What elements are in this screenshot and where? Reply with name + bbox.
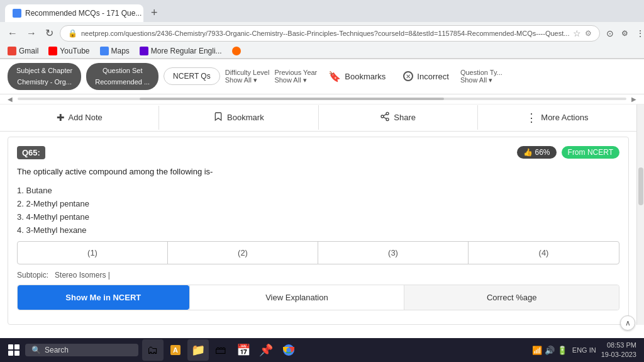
scroll-right-arrow[interactable]: ▶: [629, 96, 639, 103]
ncert-badge: From NCERT: [562, 146, 619, 159]
ncert-qs-filter[interactable]: NCERT Qs: [164, 67, 220, 85]
difficulty-filter[interactable]: Difficulty Level Show All ▾: [225, 69, 270, 84]
scroll-handle: [638, 167, 643, 205]
difficulty-value: Show All ▾: [225, 76, 270, 84]
subject-chapter-filter[interactable]: Subject & Chapter Chemistry - Org...: [8, 63, 81, 90]
subtopic-label: Subtopic:: [17, 271, 48, 280]
taskbar-items: 🗂 A 📁 🗃 📅 📌: [142, 339, 299, 361]
cta-bar: Show Me in NCERT View Explanation Correc…: [17, 285, 619, 310]
option-4: 4. 3-Methyl hexane: [17, 225, 619, 235]
taskbar-app1[interactable]: A: [165, 339, 186, 361]
scroll-to-top-button[interactable]: ∧: [620, 315, 635, 331]
volume-icon[interactable]: 🔊: [545, 346, 555, 355]
profile-button[interactable]: ⊙: [604, 26, 616, 41]
maps-label: Maps: [111, 47, 130, 55]
question-number: Q65:: [17, 146, 45, 159]
forward-button[interactable]: →: [24, 25, 39, 42]
right-scrollbar[interactable]: [636, 105, 644, 325]
clock[interactable]: 08:53 PM 19-03-2023: [601, 341, 636, 360]
question-set-filter[interactable]: Question Set Recommended ...: [86, 63, 158, 90]
answer-option-1-label: (1): [87, 248, 97, 257]
question-set-line1: Question Set: [103, 66, 143, 75]
bookmark-maps[interactable]: Maps: [97, 45, 132, 57]
taskbar-app4[interactable]: 📅: [233, 339, 254, 361]
bookmark-yahoo[interactable]: More Regular Engli...: [137, 45, 225, 57]
show-in-ncert-button[interactable]: Show Me in NCERT: [18, 285, 189, 310]
yahoo-label: More Regular Engli...: [151, 47, 222, 55]
share-button[interactable]: Share: [319, 105, 478, 130]
answer-option-3-label: (3): [388, 248, 398, 257]
back-button[interactable]: ←: [5, 25, 20, 42]
answer-option-3[interactable]: (3): [318, 242, 469, 264]
view-explanation-button[interactable]: View Explanation: [189, 285, 404, 310]
horizontal-scrollbar[interactable]: ◀ ▶: [0, 94, 644, 105]
reload-button[interactable]: ↻: [43, 25, 56, 42]
system-icons: 📶 🔊 🔋: [532, 346, 567, 355]
question-type-filter[interactable]: Question Ty... Show All ▾: [460, 69, 502, 84]
gmail-label: Gmail: [19, 47, 38, 55]
page-content: ✚ Add Note Bookmark Share ⋮: [0, 105, 644, 325]
bookmark-youtube[interactable]: YouTube: [46, 45, 92, 57]
taskbar-system-tray: 📶 🔊 🔋 ENG IN 08:53 PM 19-03-2023: [532, 341, 640, 360]
option-3-number: 3.: [17, 212, 24, 222]
answer-option-1[interactable]: (1): [18, 242, 168, 264]
taskbar-app2[interactable]: 📁: [187, 339, 209, 361]
correct-percentage-button[interactable]: Correct %age: [404, 285, 619, 310]
nav-bar: ← → ↻ 🔒 neetprep.com/questions/2436-Chem…: [0, 22, 644, 44]
address-bar[interactable]: 🔒 neetprep.com/questions/2436-Chemistry/…: [60, 25, 600, 42]
extensions-button[interactable]: ⚙: [619, 26, 631, 41]
search-icon: 🔍: [31, 346, 41, 354]
taskbar-app3[interactable]: 🗃: [210, 339, 231, 361]
previous-year-filter[interactable]: Previous Year Show All ▾: [274, 69, 317, 84]
share-icon: [380, 111, 390, 123]
taskbar-file-explorer[interactable]: 🗂: [142, 339, 164, 361]
taskbar-search[interactable]: 🔍 Search: [25, 344, 138, 356]
windows-taskbar: 🔍 Search 🗂 A 📁 🗃 📅 📌: [0, 338, 644, 362]
youtube-label: YouTube: [60, 47, 89, 55]
wifi-icon[interactable]: 📶: [532, 346, 542, 355]
option-3: 3. 4-Methyl pentane: [17, 212, 619, 222]
scroll-left-arrow[interactable]: ◀: [5, 96, 15, 103]
windows-start-button[interactable]: [4, 340, 24, 360]
option-2-text: 2-Methyl pentane: [26, 199, 89, 208]
incorrect-filter[interactable]: ✕ Incorrect: [397, 69, 455, 84]
taskbar-app5[interactable]: 📌: [255, 339, 277, 361]
bookmark-extra[interactable]: [230, 45, 243, 57]
question-card: Q65: 👍 66% From NCERT The optically acti…: [8, 137, 629, 325]
url-text: neetprep.com/questions/2436-Chemistry/79…: [81, 30, 569, 37]
bookmark-filter-icon: 🔖: [328, 71, 341, 82]
app5-icon: 📌: [259, 343, 273, 357]
menu-button[interactable]: ⋮: [633, 26, 644, 41]
date-display: 19-03-2023: [601, 350, 636, 359]
question-text: The optically active compound among the …: [17, 166, 619, 179]
prev-year-value: Show All ▾: [274, 76, 317, 84]
main-wrapper: Recommended MCQs - 171 Que... × + ← → ↻ …: [0, 0, 644, 362]
bookmark-icon: [213, 111, 223, 123]
share-label: Share: [394, 113, 416, 122]
language-text: ENG IN: [572, 346, 596, 354]
taskbar-chrome[interactable]: [278, 339, 299, 361]
answer-option-2[interactable]: (2): [168, 242, 318, 264]
option-1-number: 1.: [17, 186, 24, 195]
new-tab-button[interactable]: +: [146, 4, 163, 22]
add-note-button[interactable]: ✚ Add Note: [0, 106, 159, 130]
language-indicator[interactable]: ENG IN: [572, 346, 596, 354]
active-tab[interactable]: Recommended MCQs - 171 Que... ×: [5, 4, 143, 22]
bookmarks-filter[interactable]: 🔖 Bookmarks: [322, 68, 392, 85]
bookmark-star[interactable]: ☆: [573, 28, 581, 38]
tab-label: Recommended MCQs - 171 Que...: [25, 9, 142, 18]
search-placeholder: Search: [45, 346, 69, 354]
prev-year-label: Previous Year: [274, 69, 317, 76]
percent-value: 66%: [535, 148, 550, 157]
filter-bar: Subject & Chapter Chemistry - Org... Que…: [0, 59, 644, 94]
qtype-value: Show All ▾: [460, 76, 502, 84]
battery-icon[interactable]: 🔋: [557, 346, 567, 355]
bookmark-gmail[interactable]: Gmail: [5, 45, 41, 57]
extra-icon: [232, 47, 241, 55]
app3-icon: 🗃: [215, 344, 226, 357]
bookmark-button[interactable]: Bookmark: [159, 105, 318, 130]
gmail-icon: [8, 47, 16, 55]
answer-option-4[interactable]: (4): [469, 242, 619, 264]
nav-actions: ⊙ ⚙ ⋮: [604, 26, 644, 41]
more-actions-button[interactable]: ⋮ More Actions: [478, 105, 636, 131]
